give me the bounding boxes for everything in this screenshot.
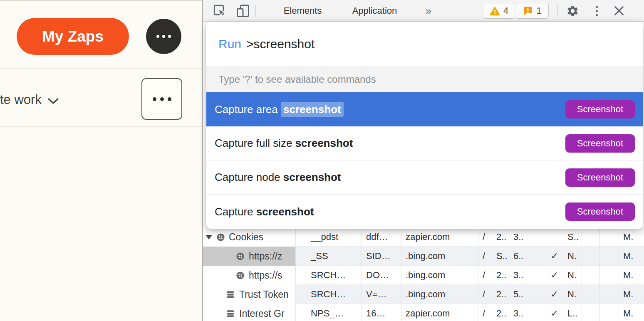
cookie-icon xyxy=(216,232,225,242)
table-row[interactable]: _SSSID….bing.com/S..6..✓N.M. xyxy=(296,247,644,266)
table-cell[interactable] xyxy=(600,304,619,321)
table-cell[interactable]: 3.. xyxy=(509,304,527,321)
table-cell[interactable] xyxy=(527,304,546,321)
account-more-button[interactable] xyxy=(146,19,181,54)
folder-more-button[interactable] xyxy=(141,78,182,120)
cookie-table: __pdstddf…zapier.com/2..3..S..M._SSSID….… xyxy=(295,227,644,321)
table-cell[interactable] xyxy=(527,247,546,265)
disclosure-triangle-icon xyxy=(206,235,212,240)
table-cell[interactable]: N. xyxy=(563,247,582,265)
table-cell[interactable]: / xyxy=(478,227,492,246)
table-cell[interactable]: SRCH… xyxy=(296,266,362,284)
table-cell[interactable] xyxy=(527,285,546,304)
table-cell[interactable] xyxy=(527,227,546,246)
table-cell[interactable]: M. xyxy=(619,304,644,321)
table-row[interactable]: SRCH…V=….bing.com/2..5..✓N.M. xyxy=(296,285,644,304)
table-cell[interactable]: .bing.com xyxy=(401,285,478,304)
table-cell[interactable]: ✓ xyxy=(546,266,563,284)
table-cell[interactable]: L.. xyxy=(563,304,582,321)
more-tabs-icon[interactable]: » xyxy=(421,0,436,22)
warnings-badge[interactable]: 4 xyxy=(484,3,514,19)
command-item-capture-area-screenshot[interactable]: Capture area screenshot Screenshot xyxy=(206,92,643,126)
table-cell[interactable]: / xyxy=(478,247,492,265)
table-cell[interactable]: V=… xyxy=(362,285,401,304)
kebab-menu-icon[interactable] xyxy=(589,0,604,22)
divider xyxy=(0,68,202,69)
table-cell[interactable]: 2.. xyxy=(492,285,509,304)
table-cell[interactable] xyxy=(582,227,600,246)
issue-count: 1 xyxy=(536,5,541,16)
inspect-element-icon[interactable] xyxy=(211,0,229,22)
table-cell[interactable]: M. xyxy=(619,227,644,246)
table-cell[interactable]: S.. xyxy=(492,247,509,265)
table-cell[interactable]: S.. xyxy=(563,227,582,246)
table-row[interactable]: SRCH…DO….bing.com/2..3..✓N.M. xyxy=(296,266,644,285)
table-cell[interactable]: zapier.com xyxy=(401,304,478,321)
table-cell[interactable]: N. xyxy=(563,266,582,284)
device-toolbar-icon[interactable] xyxy=(234,0,252,22)
tab-application[interactable]: Application xyxy=(347,0,403,22)
table-cell[interactable]: 16… xyxy=(362,304,401,321)
table-cell[interactable] xyxy=(600,285,619,304)
table-cell[interactable] xyxy=(600,266,619,284)
command-input[interactable]: Run >screenshot xyxy=(206,22,643,67)
warning-count: 4 xyxy=(503,5,508,16)
table-cell[interactable] xyxy=(582,247,600,265)
screen: My Zaps te work xyxy=(0,0,644,321)
table-cell[interactable]: M. xyxy=(619,247,644,265)
warning-icon xyxy=(490,6,500,16)
issues-badge[interactable]: 1 xyxy=(516,3,549,19)
table-cell[interactable]: 2.. xyxy=(492,266,509,284)
table-cell[interactable] xyxy=(527,266,546,284)
table-cell[interactable]: 2.. xyxy=(492,304,509,321)
table-cell[interactable]: 3.. xyxy=(509,266,527,284)
devtools-window: Elements Application » 4 1 xyxy=(202,0,644,321)
table-cell[interactable]: M. xyxy=(619,266,644,284)
command-item-capture-node-screenshot[interactable]: Capture node screenshot Screenshot xyxy=(206,160,643,195)
table-cell[interactable]: 5.. xyxy=(509,285,527,304)
table-cell[interactable]: N. xyxy=(563,285,582,304)
table-cell[interactable]: / xyxy=(478,266,492,284)
table-cell[interactable]: 3.. xyxy=(509,227,527,246)
table-row[interactable]: NPS_…16…zapier.com/2..3..✓L..M. xyxy=(296,304,644,321)
table-cell[interactable]: .bing.com xyxy=(401,247,478,265)
table-cell[interactable]: .bing.com xyxy=(401,266,478,284)
table-cell[interactable]: 2.. xyxy=(492,227,509,246)
settings-gear-icon[interactable] xyxy=(563,0,582,22)
table-cell[interactable]: ✓ xyxy=(546,247,563,265)
table-cell[interactable]: DO… xyxy=(362,266,401,284)
table-row[interactable]: __pdstddf…zapier.com/2..3..S..M. xyxy=(296,227,644,247)
workspace-dropdown[interactable]: te work xyxy=(0,91,59,109)
close-icon[interactable] xyxy=(610,0,628,22)
table-cell[interactable] xyxy=(546,227,563,246)
table-cell[interactable]: NPS_… xyxy=(296,304,362,321)
sidebar-item-interest-groups[interactable]: Interest Gr xyxy=(203,304,295,321)
table-cell[interactable] xyxy=(600,247,619,265)
table-cell[interactable]: SID… xyxy=(362,247,401,265)
database-icon xyxy=(226,290,235,299)
table-cell[interactable]: M. xyxy=(619,285,644,304)
my-zaps-button[interactable]: My Zaps xyxy=(17,18,129,55)
command-item-capture-full-size-screenshot[interactable]: Capture full size screenshot Screenshot xyxy=(206,126,643,160)
table-cell[interactable] xyxy=(582,304,600,321)
table-cell[interactable] xyxy=(600,227,619,246)
table-cell[interactable]: __pdst xyxy=(296,227,362,246)
cookie-icon xyxy=(235,271,245,280)
sidebar-item-cookies[interactable]: Cookies xyxy=(203,227,295,247)
sidebar-item-trust-tokens[interactable]: Trust Token xyxy=(203,285,295,304)
table-cell[interactable]: 6.. xyxy=(509,247,527,265)
table-cell[interactable]: ✓ xyxy=(546,304,563,321)
sidebar-item-cookie-origin[interactable]: https://s xyxy=(203,266,295,285)
table-cell[interactable]: / xyxy=(478,285,492,304)
table-cell[interactable]: _SS xyxy=(296,247,362,265)
table-cell[interactable] xyxy=(582,285,600,304)
table-cell[interactable] xyxy=(582,266,600,284)
tab-elements[interactable]: Elements xyxy=(279,0,327,22)
command-item-capture-screenshot[interactable]: Capture screenshot Screenshot xyxy=(206,195,643,229)
sidebar-item-cookie-origin[interactable]: https://z xyxy=(203,247,295,266)
table-cell[interactable]: ✓ xyxy=(546,285,563,304)
table-cell[interactable]: zapier.com xyxy=(401,227,478,246)
table-cell[interactable]: / xyxy=(478,304,492,321)
table-cell[interactable]: ddf… xyxy=(362,227,401,246)
table-cell[interactable]: SRCH… xyxy=(296,285,362,304)
